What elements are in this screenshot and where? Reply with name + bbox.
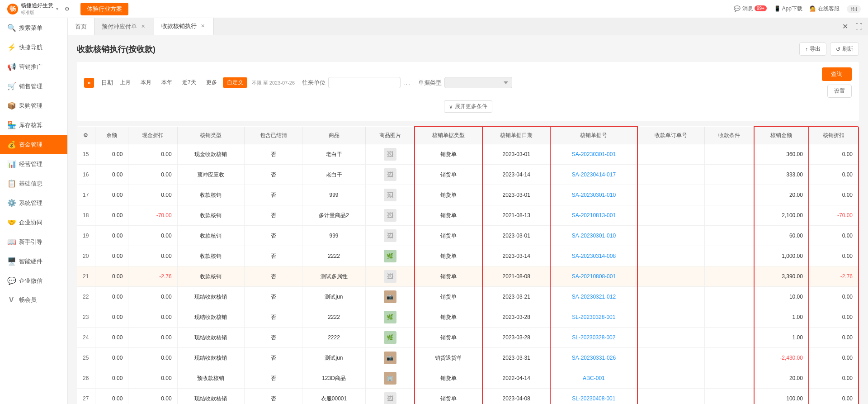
tab-close-all-btn[interactable]: ✕ <box>840 20 850 33</box>
sidebar-item-marketing[interactable]: 📢 营销推广 <box>0 57 67 76</box>
sidebar-item-nav[interactable]: ⚡ 快捷导航 <box>0 38 67 57</box>
writeoff-type: 现结收款核销 <box>177 307 244 328</box>
sidebar-item-finance[interactable]: 💰 资金管理 <box>0 135 67 154</box>
bill-no-link[interactable]: ABC-001 <box>583 375 605 381</box>
bill-no[interactable]: SA-20210813-001 <box>550 205 637 226</box>
bill-no-link[interactable]: SL-20230328-002 <box>572 334 615 341</box>
discount-value: 0.00 <box>161 171 171 178</box>
th-gear[interactable]: ⚙ <box>77 127 95 144</box>
bill-no-link[interactable]: SA-20210808-001 <box>572 273 616 280</box>
messages-area[interactable]: 💬 消息 99+ <box>734 5 767 13</box>
tab-writeoff-close[interactable]: ✕ <box>199 23 206 29</box>
query-btn[interactable]: 查询 <box>822 67 852 81</box>
date-tag-more[interactable]: 更多 <box>202 77 221 88</box>
bill-no[interactable]: SA-20230301-001 <box>550 144 637 165</box>
logo-dropdown-arrow[interactable]: ▾ <box>56 6 58 11</box>
row-num: 19 <box>77 226 95 246</box>
row-num: 21 <box>77 266 95 287</box>
tab-prepay-label: 预付冲应付单 <box>102 23 137 31</box>
sidebar-item-sales[interactable]: 🛒 销售管理 <box>0 76 67 96</box>
bill-no[interactable]: ABC-001 <box>550 368 637 389</box>
date-tag-this-year[interactable]: 本年 <box>157 77 176 88</box>
contains-settled: 否 <box>244 389 302 404</box>
bill-no[interactable]: SA-20230314-008 <box>550 246 637 266</box>
balance: 0.00 <box>95 287 128 307</box>
bill-no[interactable]: SA-20230331-026 <box>550 348 637 368</box>
filter-dots[interactable]: ... <box>403 79 411 86</box>
bill-no[interactable]: SA-20230301-010 <box>550 226 637 246</box>
table-row: 25 0.00 0.00 现结收款核销 否 测试jun 📷 销货退货单 2023… <box>77 348 859 368</box>
bill-no-link[interactable]: SA-20210813-001 <box>572 212 616 219</box>
sidebar-item-wechat[interactable]: 💬 企业微信 <box>0 271 67 290</box>
order-type-select[interactable] <box>444 77 512 88</box>
th-product-img: 商品图片 <box>365 127 415 144</box>
tab-fullscreen-btn[interactable]: ⛶ <box>854 21 864 33</box>
sidebar-item-hardware[interactable]: 🖥️ 智能硬件 <box>0 252 67 271</box>
writeoff-discount-value: 0.00 <box>842 233 853 239</box>
top-bar: 畅 畅捷通好生意 标准版 ▾ ⚙ 体验行业方案 💬 消息 99+ 📱 App下载… <box>0 0 868 18</box>
th-writeoff-amount: 核销金额 <box>754 127 809 144</box>
sidebar-item-business[interactable]: 📊 经营管理 <box>0 154 67 174</box>
online-service[interactable]: 💁 在线客服 <box>810 5 840 13</box>
filter-expand-btn[interactable]: » <box>84 78 94 88</box>
bill-no[interactable]: SL-20230328-001 <box>550 307 637 328</box>
balance: 0.00 <box>95 226 128 246</box>
sidebar-item-purchase[interactable]: 📦 采购管理 <box>0 96 67 115</box>
sidebar-item-member[interactable]: V 畅会员 <box>0 290 67 309</box>
date-tag-this-month[interactable]: 本月 <box>137 77 156 88</box>
tab-prepay-close[interactable]: ✕ <box>140 23 146 30</box>
export-icon: ↑ <box>805 46 808 52</box>
th-bill-no: 核销单据号 <box>550 127 637 144</box>
bill-no[interactable]: SL-20230328-002 <box>550 328 637 348</box>
date-tag-7days[interactable]: 近7天 <box>178 77 200 88</box>
bill-no-link[interactable]: SA-20230301-001 <box>572 151 616 157</box>
export-btn[interactable]: ↑ 导出 <box>799 43 826 56</box>
bill-no-link[interactable]: SA-20230321-012 <box>572 294 616 300</box>
from-unit-input[interactable] <box>328 77 401 88</box>
sidebar-item-collab[interactable]: 🤝 企业协同 <box>0 213 67 232</box>
writeoff-amount: 60.00 <box>754 226 809 246</box>
industry-btn[interactable]: 体验行业方案 <box>80 3 128 15</box>
settings-btn[interactable]: 设置 <box>827 85 852 98</box>
bill-no-link[interactable]: SL-20230328-001 <box>572 314 615 320</box>
tab-writeoff[interactable]: 收款核销执行 ✕ <box>154 18 214 35</box>
recv-condition <box>705 266 754 287</box>
writeoff-discount-value: -70.00 <box>837 212 853 219</box>
sidebar-item-base[interactable]: 📋 基础信息 <box>0 174 67 193</box>
date-tag-last-month[interactable]: 上月 <box>116 77 135 88</box>
bill-no-link[interactable]: SA-20230301-010 <box>572 233 616 239</box>
date-tag-custom[interactable]: 自定义 <box>223 77 247 88</box>
bill-no-link[interactable]: SA-20230314-008 <box>572 253 616 259</box>
bill-no[interactable]: SA-20210808-001 <box>550 266 637 287</box>
table-row: 17 0.00 0.00 收款核销 否 999 🖼 销货单 2023-03-01… <box>77 185 859 205</box>
contains-settled: 否 <box>244 368 302 389</box>
sidebar-label-wechat: 企业微信 <box>19 277 42 285</box>
bill-no-link[interactable]: SA-20230331-026 <box>572 355 616 361</box>
sidebar-item-system[interactable]: ⚙️ 系统管理 <box>0 193 67 213</box>
bill-no[interactable]: SA-20230414-017 <box>550 165 637 185</box>
settings-icon[interactable]: ⚙ <box>61 3 73 15</box>
sidebar-item-inventory[interactable]: 🏪 库存核算 <box>0 115 67 135</box>
bill-no[interactable]: SA-20230301-010 <box>550 185 637 205</box>
recv-order-no <box>637 266 705 287</box>
tab-home[interactable]: 首页 <box>68 18 94 35</box>
sidebar-item-search[interactable]: 🔍 搜索菜单 <box>0 18 67 38</box>
bill-no-link[interactable]: SA-20230414-017 <box>572 171 616 178</box>
bill-no-link[interactable]: SA-20230301-010 <box>572 192 616 198</box>
recv-order-no <box>637 307 705 328</box>
user-name[interactable]: Rit <box>847 5 861 13</box>
refresh-btn[interactable]: ↺ 刷新 <box>830 43 859 56</box>
writeoff-type: 现结收款核销 <box>177 287 244 307</box>
discount-value: 0.00 <box>161 233 171 239</box>
bill-no[interactable]: SA-20230321-012 <box>550 287 637 307</box>
bill-no[interactable]: SL-20230408-001 <box>550 389 637 404</box>
row-num: 20 <box>77 246 95 266</box>
nav-icon: ⚡ <box>7 43 15 52</box>
expand-conditions-btn[interactable]: ∨ 展开更多条件 <box>444 100 492 113</box>
bill-no-link[interactable]: SL-20230408-001 <box>572 395 615 402</box>
sidebar-item-guide[interactable]: 📖 新手引导 <box>0 232 67 252</box>
product: 老白干 <box>302 144 365 165</box>
tab-prepay[interactable]: 预付冲应付单 ✕ <box>94 18 154 35</box>
bill-date: 2023-03-01 <box>482 185 550 205</box>
app-download[interactable]: 📱 App下载 <box>774 5 802 13</box>
